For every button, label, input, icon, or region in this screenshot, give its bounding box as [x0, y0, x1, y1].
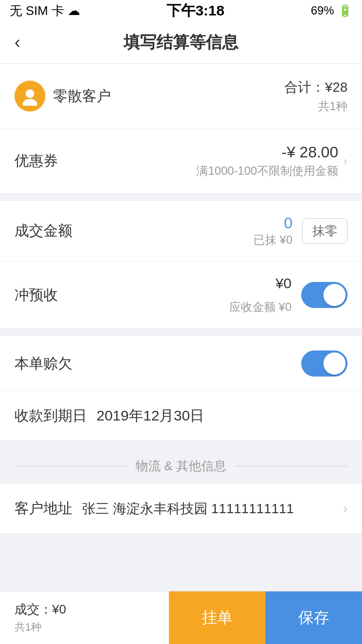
coupon-right-col: -¥ 28.00 满1000-100不限制使用金额 [196, 143, 338, 179]
transaction-amount-label: 成交金额 [14, 221, 72, 241]
due-date-row: 收款到期日 2019年12月30日 [0, 391, 362, 440]
transaction-amount-input[interactable] [254, 214, 292, 232]
total-count: 共1种 [284, 98, 348, 114]
deduct-prepay-toggle[interactable] [301, 282, 348, 308]
logistics-line-right [236, 466, 348, 466]
deduct-prepay-label: 冲预收 [14, 285, 58, 305]
bottom-transaction: 成交：¥0 [14, 601, 154, 618]
bottom-count: 共1种 [14, 620, 154, 634]
transaction-card: 成交金额 已抹 ¥0 抹零 冲预收 ¥0 应收金额 ¥0 [0, 201, 362, 328]
deduct-prepay-right: ¥0 应收金额 ¥0 [229, 275, 348, 315]
debit-label: 本单赊欠 [14, 354, 72, 374]
address-label: 客户地址 [14, 499, 72, 518]
address-row[interactable]: 客户地址 张三 海淀永丰科技园 11111111111 › [0, 484, 362, 533]
round-zero-button[interactable]: 抹零 [302, 218, 348, 244]
main-content: 零散客户 合计：¥28 共1种 优惠券 -¥ 28.00 满1000-100不限… [0, 64, 362, 599]
battery-level: 69% [311, 4, 334, 17]
svg-point-1 [23, 99, 37, 106]
deduct-prepay-row: 冲预收 ¥0 应收金额 ¥0 [0, 262, 362, 328]
customer-card: 零散客户 合计：¥28 共1种 优惠券 -¥ 28.00 满1000-100不限… [0, 64, 362, 193]
due-date-value: 2019年12月30日 [97, 406, 204, 426]
coupon-desc: 满1000-100不限制使用金额 [196, 163, 338, 179]
address-card: 客户地址 张三 海淀永丰科技园 11111111111 › [0, 484, 362, 533]
svg-point-0 [26, 89, 34, 98]
customer-left: 零散客户 [14, 81, 111, 112]
customer-avatar [14, 81, 45, 112]
bottom-transaction-value: ¥0 [52, 602, 66, 616]
logistics-text: 物流 & 其他信息 [136, 458, 226, 475]
bottom-transaction-label: 成交： [14, 602, 52, 616]
coupon-discount: -¥ 28.00 [281, 143, 338, 161]
customer-name: 零散客户 [53, 86, 111, 106]
coupon-label: 优惠券 [14, 151, 58, 171]
nav-bar: ‹ 填写结算等信息 [0, 21, 362, 64]
save-button[interactable]: 保存 [265, 591, 362, 644]
debit-toggle[interactable] [301, 350, 348, 377]
back-button[interactable]: ‹ [14, 32, 20, 53]
customer-right: 合计：¥28 共1种 [284, 78, 348, 114]
status-time: 下午3:18 [167, 1, 224, 21]
already-rounded: 已抹 ¥0 [253, 232, 292, 248]
status-bar: 无 SIM 卡 ☁ 下午3:18 69% 🔋 [0, 0, 362, 21]
status-left: 无 SIM 卡 ☁ [10, 2, 80, 19]
deduct-amount: ¥0 [276, 275, 292, 292]
coupon-right: -¥ 28.00 满1000-100不限制使用金额 › [196, 143, 348, 179]
transaction-amount-row: 成交金额 已抹 ¥0 抹零 [0, 201, 362, 262]
total-amount: 合计：¥28 [284, 78, 348, 97]
debit-row: 本单赊欠 [0, 336, 362, 391]
deduct-right-col: ¥0 应收金额 ¥0 [229, 275, 292, 315]
transaction-right-col: 已抹 ¥0 [253, 214, 292, 248]
hold-button[interactable]: 挂单 [169, 591, 265, 644]
due-date-label: 收款到期日 [14, 406, 87, 426]
status-right: 69% 🔋 [311, 4, 352, 17]
debit-card: 本单赊欠 收款到期日 2019年12月30日 [0, 336, 362, 440]
coupon-row[interactable]: 优惠券 -¥ 28.00 满1000-100不限制使用金额 › [0, 128, 362, 193]
sim-status: 无 SIM 卡 ☁ [10, 2, 80, 19]
address-value: 张三 海淀永丰科技园 11111111111 [82, 500, 343, 518]
bottom-info: 成交：¥0 共1种 [0, 601, 169, 634]
bottom-bar: 成交：¥0 共1种 挂单 保存 [0, 591, 362, 644]
chevron-right-icon: › [343, 154, 348, 169]
address-chevron-right-icon: › [343, 501, 348, 517]
transaction-amount-right: 已抹 ¥0 抹零 [253, 214, 348, 248]
customer-row: 零散客户 合计：¥28 共1种 [0, 64, 362, 128]
logistics-line-left [14, 466, 126, 466]
battery-icon: 🔋 [338, 4, 352, 17]
logistics-divider: 物流 & 其他信息 [0, 448, 362, 484]
page-title: 填写结算等信息 [124, 31, 238, 54]
receivable: 应收金额 ¥0 [229, 299, 292, 315]
